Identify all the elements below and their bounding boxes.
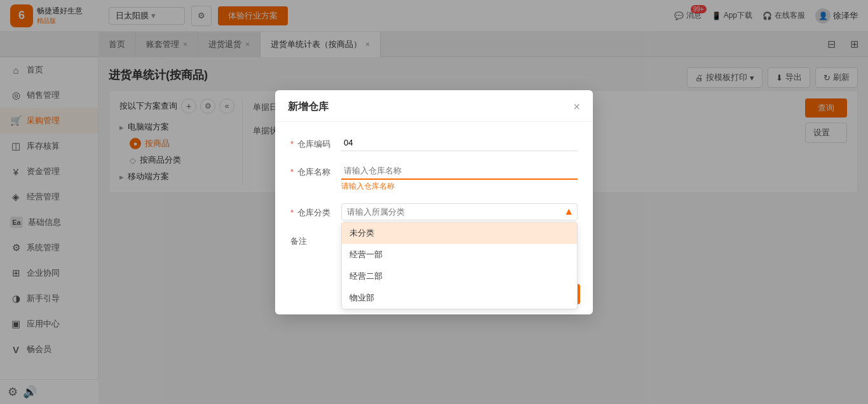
warehouse-code-field: * 仓库编码	[290, 135, 578, 151]
dropdown-item-dept2[interactable]: 经营二部	[342, 266, 577, 287]
warehouse-name-input-box: 请输入仓库名称	[341, 163, 578, 192]
modal-title: 新增仓库	[288, 100, 329, 114]
modal-body: * 仓库编码 * 仓库名称 请输入仓库名称	[275, 122, 593, 276]
category-input-wrapper: ▲ 未分类 经营一部 经营二部 物业部	[341, 203, 578, 220]
dropdown-item-dept1[interactable]: 经营一部	[342, 244, 577, 266]
warehouse-category-field: * 仓库分类 ▲ 未分类 经营一部 经营二部 物业部	[290, 203, 578, 220]
new-warehouse-modal: 新增仓库 × * 仓库编码 * 仓库名称	[275, 90, 593, 314]
remark-label: 备注	[290, 232, 341, 247]
warehouse-category-label: * 仓库分类	[290, 203, 341, 219]
modal-overlay: 新增仓库 × * 仓库编码 * 仓库名称	[0, 0, 868, 404]
modal-close-button[interactable]: ×	[573, 100, 580, 114]
warehouse-name-field: * 仓库名称 请输入仓库名称	[290, 163, 578, 192]
warehouse-name-label: * 仓库名称	[290, 163, 341, 178]
warehouse-name-error: 请输入仓库名称	[341, 181, 578, 192]
warehouse-code-label: * 仓库编码	[290, 135, 341, 150]
dropdown-item-dept3[interactable]: 物业部	[342, 287, 577, 309]
warehouse-code-input[interactable]	[341, 135, 578, 151]
warehouse-name-input[interactable]	[341, 163, 578, 180]
category-toggle-icon[interactable]: ▲	[564, 206, 574, 217]
modal-header: 新增仓库 ×	[275, 90, 593, 122]
dropdown-item-uncategorized[interactable]: 未分类	[342, 222, 577, 244]
category-dropdown: 未分类 经营一部 经营二部 物业部	[341, 222, 578, 309]
warehouse-category-input[interactable]	[341, 203, 578, 220]
